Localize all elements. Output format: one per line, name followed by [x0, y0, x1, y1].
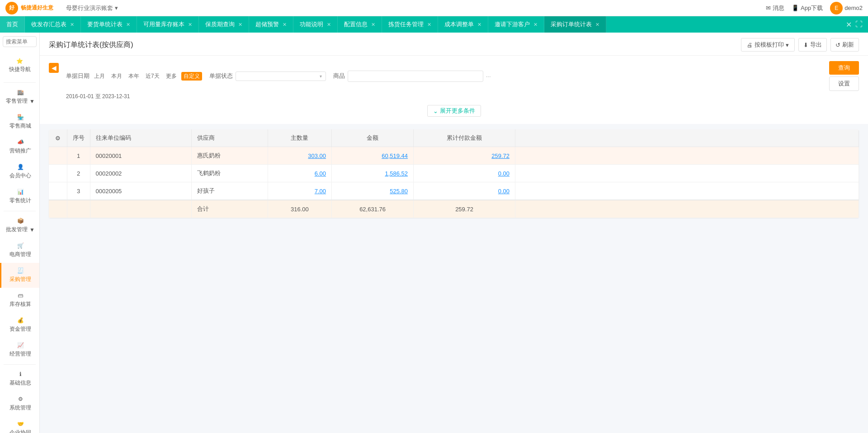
top-bar: 好 畅捷通好生意 母婴行业演示账套 ▾ ✉ 消息 📱 App下载 E demo2 — [0, 0, 868, 16]
row-seq-1: 1 — [67, 147, 90, 165]
sidebar-item-wholesale[interactable]: 📦 批发管理 ▼ — [0, 213, 39, 238]
close-icon[interactable]: ✕ — [427, 22, 431, 28]
avatar: E — [830, 2, 843, 14]
tab-cost-adj[interactable]: 成本调整单 ✕ — [438, 16, 488, 33]
row-seq-2: 2 — [67, 165, 90, 182]
tab-feature[interactable]: 功能说明 ✕ — [293, 16, 338, 33]
refresh-button[interactable]: ↺ 刷新 — [830, 38, 859, 52]
tab-invite[interactable]: 邀请下游客户 ✕ — [488, 16, 544, 33]
wholesale-label: 批发管理 — [6, 226, 28, 233]
user-area[interactable]: E demo2 — [830, 2, 863, 14]
row-code-2: 00020002 — [90, 165, 192, 182]
nav-expand-btn[interactable]: ⛶ — [855, 20, 863, 29]
tab-config-label: 配置信息 — [344, 20, 368, 29]
print-button[interactable]: 🖨 按模板打印 ▾ — [741, 38, 795, 52]
sidebar-item-retail-stat[interactable]: 📊 零售统计 — [0, 184, 39, 209]
inventory-label: 库存核算 — [9, 300, 31, 308]
sidebar-item-member[interactable]: 👤 会员中心 — [0, 159, 39, 184]
org-selector[interactable]: 母婴行业演示账套 ▾ — [66, 4, 118, 12]
sidebar-item-quick-nav[interactable]: ⭐ 快捷导航 — [0, 54, 39, 77]
export-icon: ⬇ — [803, 42, 808, 48]
close-icon[interactable]: ✕ — [283, 22, 287, 28]
app-download-action[interactable]: 📱 App下载 — [792, 4, 823, 12]
export-button[interactable]: ⬇ 导出 — [798, 38, 827, 52]
sidebar-item-basic-info[interactable]: ℹ 基础信息 — [0, 366, 39, 391]
sidebar-item-system[interactable]: ⚙ 系统管理 — [0, 391, 39, 416]
tab-overstock[interactable]: 超储预警 ✕ — [249, 16, 293, 33]
close-icon[interactable]: ✕ — [126, 22, 130, 28]
chevron-down-icon-status: ▾ — [320, 74, 322, 79]
row-qty-2[interactable]: 6.00 — [268, 165, 331, 182]
row-paid-3[interactable]: 0.00 — [414, 182, 515, 200]
logo-icon: 好 — [5, 2, 18, 14]
row-amount-3[interactable]: 525.80 — [332, 182, 414, 200]
tab-stock-book[interactable]: 可用量库存账本 ✕ — [137, 16, 199, 33]
shortcut-last-month[interactable]: 上月 — [92, 72, 107, 81]
tab-config[interactable]: 配置信息 ✕ — [338, 16, 382, 33]
sidebar-item-retail-mgmt[interactable]: 🏬 零售管理 ▼ — [0, 85, 39, 109]
close-icon[interactable]: ✕ — [371, 22, 375, 28]
sidebar-item-marketing[interactable]: 📣 营销推广 — [0, 134, 39, 159]
content-area: 采购订单统计表(按供应商) 🖨 按模板打印 ▾ ⬇ 导出 ↺ 刷新 — [40, 33, 868, 433]
row-code-1: 00020001 — [90, 147, 192, 165]
shortcut-more[interactable]: 更多 — [164, 72, 179, 81]
more-options-icon[interactable]: ··· — [486, 73, 491, 80]
tab-purchase-stat[interactable]: 采购订单统计表 ✕ — [544, 16, 606, 33]
top-bar-right: ✉ 消息 📱 App下载 E demo2 — [766, 2, 863, 14]
search-input[interactable] — [3, 36, 37, 47]
close-icon[interactable]: ✕ — [533, 22, 538, 28]
tab-expiry[interactable]: 保质期查询 ✕ — [199, 16, 249, 33]
sidebar-item-operations[interactable]: 📈 经营管理 — [0, 338, 39, 362]
shortcut-this-month[interactable]: 本月 — [109, 72, 124, 81]
row-qty-3[interactable]: 7.00 — [268, 182, 331, 200]
close-icon[interactable]: ✕ — [70, 22, 74, 28]
tab-picking[interactable]: 拣货任务管理 ✕ — [382, 16, 438, 33]
table-header-row: ⚙ 序号 往来单位编码 供应商 主数量 金额 累计付款金额 — [49, 129, 859, 147]
query-button[interactable]: 查询 — [829, 61, 859, 75]
row-amount-2[interactable]: 1,586.52 — [332, 165, 414, 182]
operations-icon: 📈 — [17, 342, 24, 348]
row-extra-2 — [515, 165, 859, 182]
row-extra-3 — [515, 182, 859, 200]
row-paid-2[interactable]: 0.00 — [414, 165, 515, 182]
settings-icon[interactable]: ⚙ — [55, 135, 61, 142]
sidebar-item-retail-shop[interactable]: 🏪 零售商城 — [0, 109, 39, 134]
tab-feature-label: 功能说明 — [300, 20, 323, 29]
tab-stock-book-label: 可用量库存账本 — [143, 20, 184, 29]
row-paid-1[interactable]: 259.72 — [414, 147, 515, 165]
shortcut-7-days[interactable]: 近7天 — [144, 72, 161, 81]
sidebar-item-inventory[interactable]: 🗃 库存核算 — [0, 288, 39, 313]
tab-picking-label: 拣货任务管理 — [388, 20, 424, 29]
sidebar-item-finance[interactable]: 💰 资金管理 — [0, 313, 39, 338]
filter-collapse-btn[interactable]: ◀ — [49, 63, 59, 73]
product-input[interactable] — [348, 71, 483, 82]
tab-requisition[interactable]: 要货单统计表 ✕ — [81, 16, 137, 33]
close-icon[interactable]: ✕ — [327, 22, 331, 28]
row-amount-1[interactable]: 60,519.44 — [332, 147, 414, 165]
footer-settings — [49, 200, 67, 218]
settings-button[interactable]: 设置 — [829, 76, 859, 91]
close-icon[interactable]: ✕ — [238, 22, 242, 28]
purchase-label: 采购管理 — [9, 276, 31, 283]
close-icon[interactable]: ✕ — [477, 22, 481, 28]
col-settings: ⚙ — [49, 129, 67, 147]
shortcut-this-year[interactable]: 本年 — [127, 72, 141, 81]
date-custom-tag[interactable]: 自定义 — [181, 72, 202, 81]
tab-home[interactable]: 首页 — [0, 16, 25, 33]
ecommerce-icon: 🛒 — [17, 243, 24, 249]
sidebar-item-enterprise[interactable]: 🤝 企业协同 — [0, 416, 39, 433]
message-action[interactable]: ✉ 消息 — [766, 4, 784, 12]
tab-collect[interactable]: 收发存汇总表 ✕ — [25, 16, 81, 33]
chevron-down-icon-2: ▼ — [29, 227, 35, 233]
close-icon[interactable]: ✕ — [188, 22, 192, 28]
close-icon[interactable]: ✕ — [595, 22, 599, 28]
expand-more-button[interactable]: ⌄ 展开更多条件 — [427, 105, 481, 117]
nav-close-btn[interactable]: ✕ — [846, 20, 852, 29]
status-select[interactable]: ▾ — [236, 71, 326, 81]
row-supplier-1: 惠氏奶粉 — [192, 147, 268, 165]
row-qty-1[interactable]: 303.00 — [268, 147, 331, 165]
sidebar-item-ecommerce[interactable]: 🛒 电商管理 — [0, 238, 39, 263]
sidebar-item-purchase[interactable]: 🧾 采购管理 — [0, 263, 39, 288]
table-row: 1 00020001 惠氏奶粉 303.00 60,519.44 259.72 — [49, 147, 859, 165]
tab-cost-adj-label: 成本调整单 — [444, 20, 474, 29]
